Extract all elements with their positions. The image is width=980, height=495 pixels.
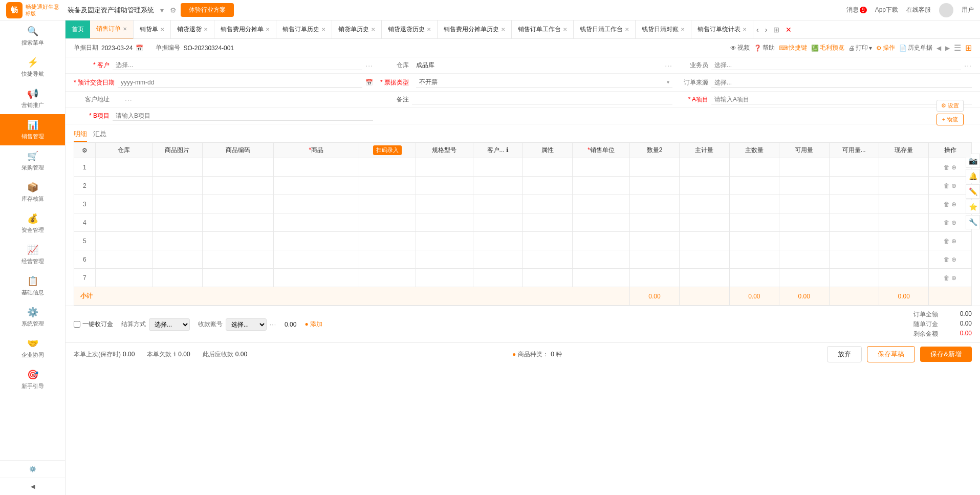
copy-icon-3[interactable]: ⊕ xyxy=(951,201,956,208)
row-spec-6[interactable] xyxy=(416,250,473,269)
account-more-btn[interactable]: ··· xyxy=(270,321,276,328)
delivery-input[interactable] xyxy=(118,78,362,88)
row-product-2[interactable] xyxy=(273,177,359,195)
row-image-3[interactable] xyxy=(153,195,202,213)
rf-star-btn[interactable]: ⭐ xyxy=(966,200,980,214)
tab-sales-statistics[interactable]: 销售订单统计表 ✕ xyxy=(691,20,753,39)
scan-btn[interactable]: 扫码录入 xyxy=(373,145,402,155)
detail-tab-summary[interactable]: 汇总 xyxy=(93,127,106,142)
discard-btn[interactable]: 放弃 xyxy=(827,346,862,362)
tab-sales-order-history[interactable]: 销售订单历史 ✕ xyxy=(276,20,332,39)
row-stock-2[interactable] xyxy=(879,177,928,195)
sidebar-item-sales[interactable]: 📊 销售管理 xyxy=(0,114,65,145)
operate-btn[interactable]: ⚙ 操作 xyxy=(876,44,895,52)
tab-home[interactable]: 首页 xyxy=(66,20,90,39)
customer-more-btn[interactable]: ··· xyxy=(365,61,373,70)
row-spec-7[interactable] xyxy=(416,269,473,287)
industry-btn[interactable]: 体验行业方案 xyxy=(181,3,234,17)
row-product-7[interactable] xyxy=(273,269,359,287)
tab-sales-goods-history[interactable]: 销货单历史 ✕ xyxy=(332,20,382,39)
row-unit-4[interactable] xyxy=(573,213,629,232)
row-image-5[interactable] xyxy=(153,232,202,250)
tab-expense-history[interactable]: 销售费用分摊单历史 ✕ xyxy=(438,20,512,39)
settings-icon[interactable]: ⚙ xyxy=(170,6,177,14)
row-scan-5[interactable] xyxy=(359,232,416,250)
row-avail-1[interactable] xyxy=(779,158,829,177)
sidebar-item-purchase[interactable]: 🛒 采购管理 xyxy=(0,145,65,177)
row-warehouse-1[interactable] xyxy=(95,158,152,177)
tab-more-btn[interactable]: ⊞ xyxy=(770,26,782,34)
invoice-select[interactable]: 不开票 ▾ xyxy=(416,77,672,88)
row-warehouse-5[interactable] xyxy=(95,232,152,250)
sidebar-collapse-btn[interactable]: ◀ xyxy=(0,478,65,495)
row-cust-code-6[interactable] xyxy=(473,250,522,269)
print-btn[interactable]: 🖨 打印 ▾ xyxy=(848,44,872,52)
row-stock-1[interactable] xyxy=(879,158,928,177)
row-avail2-2[interactable] xyxy=(829,177,879,195)
delete-icon-7[interactable]: 🗑 xyxy=(944,274,950,282)
history-btn[interactable]: 📄 历史单据 xyxy=(899,44,932,52)
row-main-unit-5[interactable] xyxy=(680,232,729,250)
delete-icon-2[interactable]: 🗑 xyxy=(944,182,950,189)
tab-close-sales-order[interactable]: ✕ xyxy=(123,26,127,32)
row-qty2-3[interactable] xyxy=(629,195,679,213)
order-source-input[interactable] xyxy=(711,78,972,88)
tab-daily-reconcile[interactable]: 钱货日清对账 ✕ xyxy=(636,20,691,39)
row-unit-3[interactable] xyxy=(573,195,629,213)
row-stock-4[interactable] xyxy=(879,213,928,232)
row-image-7[interactable] xyxy=(153,269,202,287)
row-code-4[interactable] xyxy=(202,213,273,232)
sidebar-item-operations[interactable]: 📈 经营管理 xyxy=(0,239,65,270)
row-ops-7[interactable]: 🗑 ⊕ xyxy=(929,269,972,287)
row-stock-5[interactable] xyxy=(879,232,928,250)
row-main-unit-3[interactable] xyxy=(680,195,729,213)
row-attr-6[interactable] xyxy=(522,250,572,269)
row-avail2-6[interactable] xyxy=(829,250,879,269)
row-main-qty-2[interactable] xyxy=(729,177,779,195)
row-code-7[interactable] xyxy=(202,269,273,287)
arrears-help-icon[interactable]: ℹ xyxy=(173,351,176,358)
row-avail-4[interactable] xyxy=(779,213,829,232)
row-main-unit-1[interactable] xyxy=(680,158,729,177)
row-warehouse-6[interactable] xyxy=(95,250,152,269)
row-qty2-7[interactable] xyxy=(629,269,679,287)
shortcut-btn[interactable]: ⌨ 快捷键 xyxy=(779,44,807,52)
delete-icon-4[interactable]: 🗑 xyxy=(944,219,950,226)
row-ops-1[interactable]: 🗑 ⊕ xyxy=(929,158,972,177)
row-attr-3[interactable] xyxy=(522,195,572,213)
view-btn[interactable]: 👁 视频 xyxy=(730,44,750,52)
tab-daily-workbench[interactable]: 钱货日清工作台 ✕ xyxy=(574,20,636,39)
tab-close-return-history[interactable]: ✕ xyxy=(427,27,431,32)
settings-side-btn[interactable]: ⚙ 设置 xyxy=(937,100,964,112)
tab-close-goods-history[interactable]: ✕ xyxy=(371,27,375,32)
row-spec-1[interactable] xyxy=(416,158,473,177)
rf-edit-btn[interactable]: ✏️ xyxy=(966,184,980,199)
row-spec-2[interactable] xyxy=(416,177,473,195)
tab-order-workbench[interactable]: 销售订单工作台 ✕ xyxy=(512,20,574,39)
delete-icon-5[interactable]: 🗑 xyxy=(944,238,950,245)
row-image-4[interactable] xyxy=(153,213,202,232)
sidebar-item-quicknav[interactable]: ⚡ 快捷导航 xyxy=(0,52,65,83)
staff-more-btn[interactable]: ··· xyxy=(964,61,972,70)
delivery-calendar-icon[interactable]: 📅 xyxy=(365,79,373,86)
copy-icon-4[interactable]: ⊕ xyxy=(951,219,956,226)
save-new-btn[interactable]: 保存&新增 xyxy=(920,347,972,362)
copy-icon-7[interactable]: ⊕ xyxy=(951,274,956,282)
sidebar-item-search[interactable]: 🔍 搜索菜单 xyxy=(0,20,65,52)
copy-icon-5[interactable]: ⊕ xyxy=(951,238,956,245)
save-draft-btn[interactable]: 保存草稿 xyxy=(867,346,915,362)
row-stock-7[interactable] xyxy=(879,269,928,287)
staff-input[interactable] xyxy=(711,60,961,70)
grid-view-btn[interactable]: ⊞ xyxy=(965,43,972,53)
user-name-btn[interactable]: 用户 xyxy=(962,6,974,14)
row-spec-3[interactable] xyxy=(416,195,473,213)
row-attr-7[interactable] xyxy=(522,269,572,287)
row-code-2[interactable] xyxy=(202,177,273,195)
address-more-btn[interactable]: ··· xyxy=(125,96,133,104)
row-unit-1[interactable] xyxy=(573,158,629,177)
tab-close-daily-reconcile[interactable]: ✕ xyxy=(681,27,685,32)
tab-sales-goods[interactable]: 销货单 ✕ xyxy=(134,20,171,39)
row-product-5[interactable] xyxy=(273,232,359,250)
th-settings[interactable]: ⚙ xyxy=(74,143,96,158)
row-main-qty-7[interactable] xyxy=(729,269,779,287)
